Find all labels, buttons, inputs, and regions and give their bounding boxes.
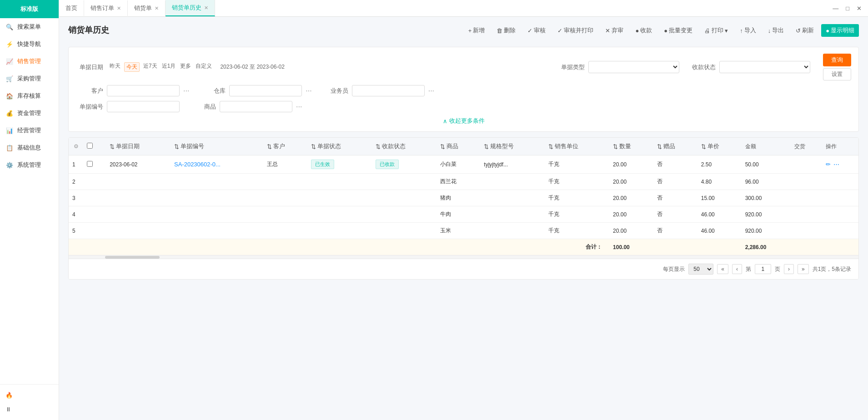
table-scrollbar[interactable]	[69, 255, 858, 259]
select-all-checkbox[interactable]	[87, 143, 93, 149]
tab-close-all-btn[interactable]: ✕	[854, 3, 864, 14]
staff-ellipsis[interactable]: ···	[428, 87, 434, 95]
add-icon: +	[468, 27, 472, 34]
shortcut-custom[interactable]: 自定义	[195, 62, 213, 72]
sidebar-bottom-item-2[interactable]: ⏸	[0, 402, 59, 416]
cell-qty-5: 20.00	[609, 223, 653, 239]
cell-paystatus-1: 已收款	[372, 155, 437, 174]
cell-customer-2	[263, 174, 307, 190]
tab-maximize-btn[interactable]: □	[843, 3, 852, 14]
last-page-btn[interactable]: »	[798, 264, 809, 274]
doc-no-input[interactable]	[107, 101, 180, 112]
warehouse-ellipsis[interactable]: ···	[306, 87, 311, 95]
more-action-1[interactable]: ⋯	[833, 161, 839, 168]
tab-sales-goods-history[interactable]: 销货单历史 ✕	[166, 0, 215, 16]
batch-change-button[interactable]: ● 批量变更	[659, 24, 697, 37]
refresh-button[interactable]: ↺ 刷新	[791, 24, 818, 37]
sidebar-item-finance-mgmt[interactable]: 💰 资金管理	[0, 105, 59, 122]
cell-docno-2	[171, 174, 263, 190]
shortcut-more[interactable]: 更多	[179, 62, 192, 72]
sidebar-item-basic-info[interactable]: 📋 基础信息	[0, 139, 59, 156]
query-button[interactable]: 查询	[823, 54, 851, 66]
shortcut-1month[interactable]: 近1月	[161, 62, 177, 72]
staff-input[interactable]	[352, 85, 425, 96]
page-number-input[interactable]	[755, 264, 771, 274]
sidebar-item-sales-mgmt[interactable]: 📈 销售管理	[0, 53, 59, 70]
customer-input[interactable]	[107, 85, 180, 96]
shortcut-7days[interactable]: 近7天	[142, 62, 158, 72]
page-size-select[interactable]: 50 100 200	[688, 264, 713, 275]
cell-docno-1[interactable]: SA-20230602-0...	[171, 155, 263, 174]
tab-sales-goods-history-close[interactable]: ✕	[204, 5, 208, 11]
goods-ellipsis[interactable]: ···	[296, 103, 302, 111]
shortcut-yesterday[interactable]: 昨天	[109, 62, 121, 72]
filter-doc-type: 单据类型	[557, 61, 679, 73]
export-button[interactable]: ↓ 导出	[763, 24, 789, 37]
sidebar-item-inventory-calc[interactable]: 🏠 库存核算	[0, 87, 59, 105]
import-button[interactable]: ↑ 导入	[735, 24, 761, 37]
cell-paystatus-4	[372, 206, 437, 223]
th-customer: ⇅客户	[263, 138, 307, 155]
tab-minimize-btn[interactable]: —	[830, 3, 841, 14]
cell-customer-4	[263, 206, 307, 223]
cell-checkbox-5	[83, 223, 106, 239]
delete-button[interactable]: 🗑 删除	[492, 24, 520, 37]
row-checkbox-1[interactable]	[87, 161, 93, 167]
doc-no-link-1[interactable]: SA-20230602-0...	[174, 161, 221, 168]
goods-label: 商品	[189, 103, 216, 111]
first-page-btn[interactable]: «	[717, 264, 728, 274]
sidebar-item-purchase-mgmt[interactable]: 🛒 采购管理	[0, 70, 59, 87]
show-detail-button[interactable]: ● 显示明细	[821, 24, 859, 37]
sidebar-item-label: 搜索菜单	[17, 23, 41, 31]
tab-sales-order[interactable]: 销售订单 ✕	[84, 0, 128, 16]
sort-date-icon: ⇅	[110, 143, 115, 150]
tab-sales-goods-close[interactable]: ✕	[155, 5, 159, 11]
sidebar-bottom: 🔥 ⏸	[0, 384, 59, 420]
main-content: 首页 销售订单 ✕ 销货单 ✕ 销货单历史 ✕ — □ ✕ 销货单历史 + 新	[59, 0, 868, 420]
audit-button[interactable]: ✓ 审核	[523, 24, 550, 37]
cell-goods-2: 西兰花	[437, 174, 481, 190]
edit-action-1[interactable]: ✏	[826, 161, 831, 168]
sidebar-item-sys-mgmt[interactable]: ⚙️ 系统管理	[0, 156, 59, 174]
prev-page-btn[interactable]: ‹	[732, 264, 742, 274]
tab-sales-order-close[interactable]: ✕	[117, 5, 121, 11]
add-button[interactable]: + 新增	[464, 24, 490, 37]
discard-button[interactable]: ✕ 弃审	[601, 24, 628, 37]
filter-staff: 业务员 ···	[321, 85, 434, 96]
goods-input[interactable]	[220, 101, 292, 112]
pay-status-select[interactable]	[719, 61, 810, 73]
discard-icon: ✕	[605, 27, 610, 34]
tab-sales-goods[interactable]: 销货单 ✕	[128, 0, 166, 16]
cell-action-3	[822, 190, 858, 206]
settings-button[interactable]: 设置	[823, 68, 851, 80]
tab-sales-order-label: 销售订单	[90, 4, 114, 12]
cell-docno-5	[171, 223, 263, 239]
doc-type-select[interactable]	[588, 61, 679, 73]
sidebar-item-quick-nav[interactable]: ⚡ 快捷导航	[0, 35, 59, 53]
cell-trade-2	[791, 174, 822, 190]
next-page-btn[interactable]: ›	[784, 264, 794, 274]
audit-print-button[interactable]: ✓ 审核并打印	[553, 24, 598, 37]
cell-rownum-1: 1	[69, 155, 83, 174]
collapse-button[interactable]: ∧ 收起更多条件	[76, 117, 851, 125]
search-menu-icon: 🔍	[5, 23, 14, 31]
cell-price-3: 15.00	[697, 190, 742, 206]
cell-customer-1: 王总	[263, 155, 307, 174]
summary-rest	[791, 239, 858, 255]
collect-button[interactable]: ● 收款	[631, 24, 657, 37]
cell-price-1: 2.50	[697, 155, 742, 174]
shortcut-today[interactable]: 今天	[124, 62, 140, 72]
tab-home[interactable]: 首页	[59, 0, 84, 16]
th-settings[interactable]: ⚙	[69, 138, 83, 155]
warehouse-input[interactable]	[229, 85, 302, 96]
sidebar-item-ops-mgmt[interactable]: 📊 经营管理	[0, 122, 59, 139]
filter-area: 单据日期 昨天 今天 近7天 近1月 更多 自定义 2023-06-02 至 2…	[68, 47, 859, 132]
print-button[interactable]: 🖨 打印 ▾	[700, 24, 733, 37]
customer-ellipsis[interactable]: ···	[183, 87, 189, 95]
th-price: ⇅单价	[697, 138, 742, 155]
table-row: 2 西兰花 千克 20.00 否 4.80 96.00	[69, 174, 858, 190]
cell-docno-3	[171, 190, 263, 206]
cell-gift-2: 否	[653, 174, 697, 190]
sidebar-item-search-menu[interactable]: 🔍 搜索菜单	[0, 18, 59, 35]
sidebar-bottom-item-1[interactable]: 🔥	[0, 388, 59, 402]
